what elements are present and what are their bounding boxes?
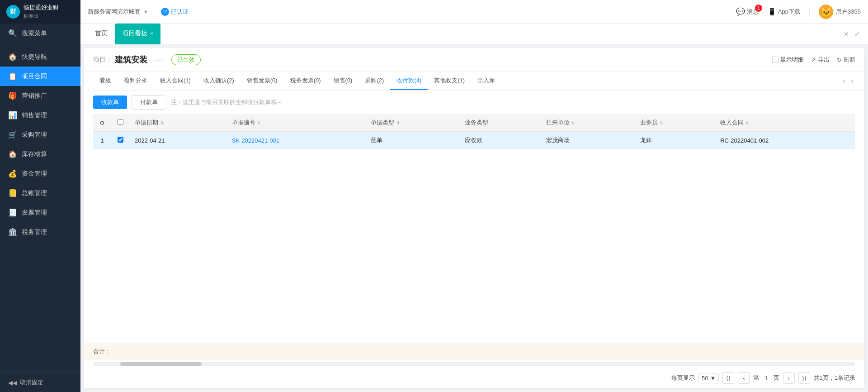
table-total-label: 合计： [93, 348, 111, 355]
scroll-thumb[interactable] [120, 362, 202, 366]
col-partner-label: 往来单位 [546, 119, 570, 126]
sub-tab-receivable[interactable]: 收付款(4) [390, 72, 428, 90]
sidebar-footer-unpin[interactable]: ◀◀ 取消固定 [0, 373, 80, 392]
select-all-checkbox[interactable] [118, 119, 123, 125]
table-row[interactable]: 1 2022-04-21 SK-20220421-001 蓝单 应收款 宏茂商场 [93, 132, 855, 149]
col-settings[interactable]: ⚙ [93, 114, 111, 132]
sub-tab-income-confirm[interactable]: 收入确认(2) [197, 72, 241, 90]
col-number[interactable]: 单据编号 ⇅ [226, 114, 365, 132]
row-checkbox[interactable] [118, 137, 123, 143]
page-card: 项目： 建筑安装 ··· 已生效 显示明细 ↗ 导出 ↻ 刷新 [84, 48, 864, 388]
sidebar-logo: 财 畅捷通好业财 标准版 [0, 0, 80, 24]
tab-project-board[interactable]: 项目看板 × [115, 24, 160, 44]
col-biz-type: 业务类型 [459, 114, 541, 132]
row-biz-type: 应收款 [459, 132, 541, 149]
sidebar-item-project[interactable]: 📋 项目合同 [0, 67, 80, 86]
project-icon: 📋 [8, 72, 17, 81]
show-detail-check[interactable]: 显示明细 [772, 56, 804, 64]
col-income-contract[interactable]: 收入合同 ⇅ [715, 114, 855, 132]
sidebar: 财 畅捷通好业财 标准版 🔍 搜索菜单 🏠 快捷导航 📋 项目合同 🎁 营销推广… [0, 0, 80, 392]
topbar-divider [809, 7, 810, 16]
row-seq: 1 [93, 132, 111, 149]
row-number[interactable]: SK-20220421-001 [226, 132, 365, 149]
current-page: 1 [764, 375, 768, 382]
logo-text-wrap: 畅捷通好业财 标准版 [24, 4, 59, 19]
tab-project-board-label: 项目看板 [122, 29, 147, 38]
sub-tab-other-expense-label: 其他收支(1) [434, 77, 465, 84]
sidebar-item-purchase[interactable]: 🛒 采购管理 [0, 125, 80, 144]
window-close-button[interactable]: ✕ [843, 30, 850, 38]
sidebar-item-ledger[interactable]: 📒 总账管理 [0, 183, 80, 203]
topbar-account[interactable]: 新服务官网演示账套 ▼ [88, 8, 148, 16]
col-date[interactable]: 单据日期 ⇅ [129, 114, 226, 132]
sub-tab-sales[interactable]: 销售(0) [327, 72, 359, 90]
col-biz-type-label: 业务类型 [465, 119, 488, 126]
dropdown-arrow-icon: ▼ [143, 9, 148, 14]
row-type: 蓝单 [365, 132, 459, 149]
tax-icon: 🏛️ [8, 228, 17, 236]
col-partner[interactable]: 往来单位 ⇅ [541, 114, 635, 132]
scroll-track[interactable] [93, 362, 855, 366]
sub-tabs-next-icon[interactable]: › [849, 76, 855, 86]
refresh-label: 刷新 [844, 56, 855, 64]
msg-badge: 1 [755, 5, 762, 12]
sidebar-item-label: 搜索菜单 [22, 29, 47, 38]
sub-tab-tax-invoice-label: 税务发票(0) [290, 77, 321, 84]
last-page-button[interactable]: ⟩⟩ [798, 372, 810, 384]
tab-close-icon[interactable]: × [150, 30, 153, 37]
marketing-icon: 🎁 [8, 91, 17, 100]
sub-tab-kanban[interactable]: 看板 [93, 72, 118, 90]
topbar-user[interactable]: 🐱 用户3355 [819, 5, 861, 19]
tab-home[interactable]: 首页 [88, 24, 115, 44]
sidebar-item-label: 销售管理 [22, 111, 47, 120]
sub-tab-sales-invoice[interactable]: 销售发票(0) [241, 72, 284, 90]
col-type-label: 单据类型 [371, 119, 394, 126]
page-size-select[interactable]: 50 ▼ [698, 373, 719, 383]
window-maximize-button[interactable]: ⤢ [854, 30, 861, 38]
sidebar-item-tax[interactable]: 🏛️ 税务管理 [0, 222, 80, 242]
page-header: 项目： 建筑安装 ··· 已生效 显示明细 ↗ 导出 ↻ 刷新 [84, 48, 864, 72]
sidebar-item-inventory[interactable]: 🏠 库存核算 [0, 144, 80, 164]
row-check[interactable] [111, 132, 129, 149]
sort-icon: ⇅ [160, 120, 164, 125]
receipt-btn[interactable]: 收款单 [93, 96, 127, 109]
sub-tab-profit[interactable]: 盈利分析 [118, 72, 154, 90]
page-size-label: 每页显示 [671, 374, 695, 382]
table-footer: 合计： [84, 343, 864, 360]
next-page-button[interactable]: › [783, 372, 795, 384]
col-type[interactable]: 单据类型 ⇅ [365, 114, 459, 132]
sidebar-item-label: 发票管理 [22, 209, 47, 217]
sidebar-item-marketing[interactable]: 🎁 营销推广 [0, 86, 80, 105]
sidebar-item-quicknav[interactable]: 🏠 快捷导航 [0, 47, 80, 67]
row-number-link[interactable]: SK-20220421-001 [232, 137, 280, 144]
sub-tab-income-contract[interactable]: 收入合同(1) [154, 72, 197, 90]
sub-tab-sales-invoice-label: 销售发票(0) [247, 77, 278, 84]
sub-tab-inout-label: 出入库 [477, 77, 495, 84]
sub-tab-tax-invoice[interactable]: 税务发票(0) [284, 72, 327, 90]
sub-tab-purchase[interactable]: 采购(2) [359, 72, 390, 90]
ledger-icon: 📒 [8, 189, 17, 197]
sidebar-item-invoice[interactable]: 🧾 发票管理 [0, 203, 80, 222]
sidebar-item-finance[interactable]: 💰 资金管理 [0, 164, 80, 183]
export-button[interactable]: ↗ 导出 [811, 56, 830, 64]
prev-page-button[interactable]: ‹ [738, 372, 750, 384]
app-label: App下载 [778, 8, 800, 16]
sidebar-item-sales[interactable]: 📊 销售管理 [0, 105, 80, 125]
payment-btn[interactable]: 付款单 [132, 95, 166, 110]
checkbox-icon [772, 57, 778, 63]
refresh-button[interactable]: ↻ 刷新 [837, 56, 855, 64]
col-salesman[interactable]: 业务员 ⇅ [635, 114, 715, 132]
more-options-icon[interactable]: ··· [155, 55, 164, 65]
first-page-button[interactable]: ⟨⟨ [722, 372, 734, 384]
action-hint: 注：这里是与项目关联的全部收付款单哦～ [171, 98, 283, 106]
sub-tab-income-confirm-label: 收入确认(2) [203, 77, 234, 84]
sub-tabs-prev-icon[interactable]: ‹ [841, 76, 847, 86]
topbar-app[interactable]: 📱 App下载 [768, 8, 800, 16]
sub-tab-other-expense[interactable]: 其他收支(1) [428, 72, 471, 90]
topbar-msg[interactable]: 💬 消息 1 [736, 7, 759, 16]
sidebar-item-label: 资金管理 [22, 170, 47, 178]
sidebar-item-search[interactable]: 🔍 搜索菜单 [0, 24, 80, 43]
page-header-actions: 显示明细 ↗ 导出 ↻ 刷新 [772, 56, 855, 64]
page-title-label: 项目： [93, 56, 112, 64]
sub-tab-inout[interactable]: 出入库 [471, 72, 501, 90]
